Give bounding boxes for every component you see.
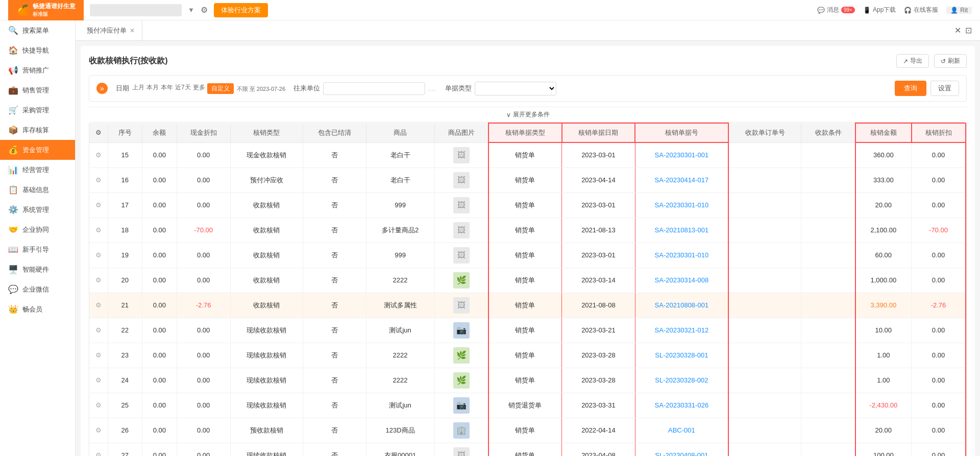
- cancel-no-link[interactable]: SA-20210808-001: [655, 301, 709, 309]
- cancel-no-link[interactable]: SA-20230414-017: [655, 176, 709, 184]
- cell-cancel-type: 现续收款核销: [230, 343, 303, 368]
- table-row: ⚙ 20 0.00 0.00 收款核销 否 2222 🌿 销货单 2023-03…: [89, 268, 966, 293]
- cancel-no-link[interactable]: SA-20230321-012: [655, 326, 709, 334]
- cancel-no-link[interactable]: SL-20230408-001: [655, 451, 708, 456]
- sidebar-item-fund[interactable]: 💰资金管理: [0, 140, 75, 160]
- company-selector[interactable]: [90, 4, 182, 16]
- cell-include-settled: 否: [303, 393, 366, 418]
- export-btn[interactable]: ↗ 导出: [896, 54, 929, 68]
- cancel-no-link[interactable]: SA-20230331-026: [655, 401, 709, 409]
- online-service-btn[interactable]: 🎧 在线客服: [904, 6, 938, 14]
- cancel-no-link[interactable]: SA-20210813-001: [655, 226, 709, 234]
- cell-settings[interactable]: ⚙: [89, 142, 108, 167]
- date-more[interactable]: 更多: [193, 83, 205, 94]
- cell-cancel-discount: 0.00: [912, 418, 966, 443]
- date-this-month[interactable]: 本月: [146, 83, 159, 94]
- cell-receipt-condition: [801, 193, 855, 218]
- filter-settings-btn[interactable]: 设置: [930, 81, 959, 96]
- inventory-icon: 📦: [8, 125, 18, 135]
- refresh-icon: ↺: [941, 58, 946, 65]
- cell-settings[interactable]: ⚙: [89, 443, 108, 456]
- sidebar-item-member[interactable]: 👑畅会员: [0, 299, 75, 319]
- sidebar-item-enterprise[interactable]: 🤝企业协同: [0, 220, 75, 239]
- date-7days[interactable]: 近7天: [175, 83, 191, 94]
- cell-settings[interactable]: ⚙: [89, 268, 108, 293]
- cell-settings[interactable]: ⚙: [89, 368, 108, 393]
- sidebar-item-sales[interactable]: 💼销售管理: [0, 80, 75, 100]
- cancel-no-link[interactable]: SA-20230301-010: [655, 251, 709, 259]
- cell-cancel-amount: 1,000.00: [855, 268, 912, 293]
- base-info-icon: 📋: [8, 185, 18, 195]
- filter-partner-group: 往来单位 ...: [293, 82, 437, 95]
- cell-settings[interactable]: ⚙: [89, 418, 108, 443]
- app-download-btn[interactable]: 📱 App下载: [863, 6, 896, 14]
- cancel-no-link[interactable]: SL-20230328-002: [655, 376, 708, 384]
- tab-prepay[interactable]: 预付冲应付单✕: [80, 20, 142, 41]
- th-settings[interactable]: ⚙: [89, 123, 108, 142]
- cell-settings[interactable]: ⚙: [89, 293, 108, 318]
- cell-goods: 999: [366, 243, 434, 268]
- th-balance: 余额: [142, 123, 177, 142]
- sidebar-item-label: 营销推广: [22, 66, 49, 75]
- tab-close-window-btn[interactable]: ✕: [954, 26, 961, 35]
- cell-cancel-discount: 0.00: [912, 243, 966, 268]
- tab-close-prepay[interactable]: ✕: [130, 27, 135, 34]
- sidebar-item-inventory[interactable]: 📦库存核算: [0, 120, 75, 140]
- cancel-no-link[interactable]: SA-20230301-001: [655, 151, 709, 159]
- query-btn[interactable]: 查询: [895, 81, 926, 96]
- date-prev-month[interactable]: 上月: [132, 83, 144, 94]
- export-icon: ↗: [903, 58, 908, 65]
- date-custom-btn[interactable]: 自定义: [207, 83, 234, 94]
- filter-expand-btn[interactable]: »: [96, 83, 108, 94]
- refresh-btn[interactable]: ↺ 刷新: [934, 54, 967, 68]
- cell-cancel-voucher-type: 销货单: [488, 443, 562, 456]
- partner-input[interactable]: [323, 82, 425, 95]
- cell-cancel-voucher-type: 销货单: [488, 293, 562, 318]
- table-row: ⚙ 16 0.00 0.00 预付冲应收 否 老白干 🖼 销货单 2023-04…: [89, 167, 966, 193]
- cell-cancel-date: 2023-03-01: [562, 142, 635, 167]
- cell-cancel-date: 2023-04-14: [562, 167, 635, 193]
- cell-settings[interactable]: ⚙: [89, 318, 108, 343]
- sidebar-item-operation[interactable]: 📊经营管理: [0, 160, 75, 180]
- cell-settings[interactable]: ⚙: [89, 218, 108, 243]
- th-cancel-voucher-type: 核销单据类型: [488, 123, 562, 142]
- sidebar-item-search-menu[interactable]: 🔍搜索菜单: [0, 20, 75, 40]
- date-this-year[interactable]: 本年: [161, 83, 173, 94]
- cell-cash-discount: 0.00: [177, 318, 230, 343]
- cell-seq: 19: [108, 243, 142, 268]
- cell-balance: 0.00: [142, 418, 177, 443]
- cancel-no-link[interactable]: SA-20230314-008: [655, 276, 709, 284]
- user-avatar[interactable]: 👤 Rit: [946, 7, 972, 14]
- goods-img: 🖼: [453, 447, 470, 457]
- sidebar-item-wechat[interactable]: 💬企业微信: [0, 279, 75, 299]
- msg-btn[interactable]: 💬 消息 99+: [817, 6, 855, 14]
- expand-more-bar[interactable]: ∨ 展开更多条件: [89, 107, 967, 122]
- cell-cash-discount: 0.00: [177, 393, 230, 418]
- cell-settings[interactable]: ⚙: [89, 393, 108, 418]
- sidebar-item-guide[interactable]: 📖新手引导: [0, 239, 75, 259]
- gear-icon[interactable]: ⚙: [201, 5, 208, 15]
- cancel-no-link[interactable]: ABC-001: [668, 426, 695, 434]
- cell-cancel-no: SA-20230301-010: [635, 193, 728, 218]
- cell-receipt-condition: [801, 443, 855, 456]
- quick-nav-icon: 🏠: [8, 45, 18, 55]
- cell-settings[interactable]: ⚙: [89, 193, 108, 218]
- voucher-type-select[interactable]: [475, 82, 556, 95]
- cell-cancel-type: 收款核销: [230, 193, 303, 218]
- cell-settings[interactable]: ⚙: [89, 167, 108, 193]
- sidebar-item-marketing[interactable]: 📢营销推广: [0, 60, 75, 80]
- sidebar-item-quick-nav[interactable]: 🏠快捷导航: [0, 40, 75, 60]
- sidebar-item-hardware[interactable]: 🖥️智能硬件: [0, 259, 75, 279]
- sidebar-item-purchase[interactable]: 🛒采购管理: [0, 100, 75, 120]
- cell-settings[interactable]: ⚙: [89, 243, 108, 268]
- sidebar-item-base-info[interactable]: 📋基础信息: [0, 180, 75, 200]
- chevron-down-icon[interactable]: ▼: [188, 6, 194, 14]
- sidebar-item-system[interactable]: ⚙️系统管理: [0, 200, 75, 220]
- trial-btn[interactable]: 体验行业方案: [214, 3, 268, 17]
- tab-maximize-btn[interactable]: ⊡: [965, 26, 972, 35]
- cancel-no-link[interactable]: SA-20230301-010: [655, 201, 709, 209]
- cell-settings[interactable]: ⚙: [89, 343, 108, 368]
- cell-cancel-type: 预付冲应收: [230, 167, 303, 193]
- cancel-no-link[interactable]: SL-20230328-001: [655, 351, 708, 359]
- sales-icon: 💼: [8, 85, 18, 95]
